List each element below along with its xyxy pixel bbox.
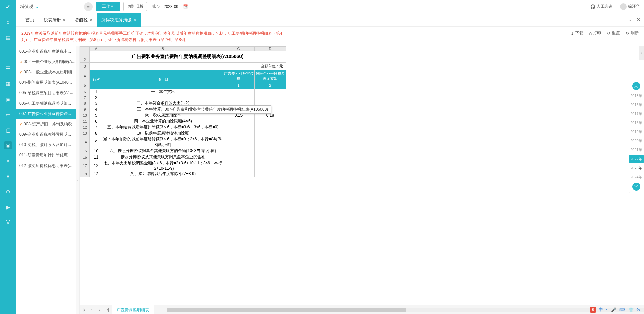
cell-item[interactable]: 四、本企业计算的扣除限额(4×5) bbox=[103, 118, 223, 124]
settings-icon[interactable]: ⚙ bbox=[4, 188, 12, 196]
year-item[interactable]: 2023年 bbox=[630, 164, 642, 172]
cell-rownum[interactable]: 8 bbox=[90, 130, 103, 136]
ime-lang[interactable]: 中 bbox=[599, 307, 603, 313]
cell-c[interactable] bbox=[223, 124, 255, 130]
file-item[interactable]: 005-纳税调整项目明细表(A1... bbox=[16, 88, 76, 98]
ime-tool-icon[interactable]: 🛠 bbox=[636, 307, 641, 312]
cell-d[interactable] bbox=[255, 89, 286, 95]
cell-c[interactable] bbox=[223, 136, 255, 148]
cell-d[interactable] bbox=[255, 160, 286, 171]
close-icon[interactable]: × bbox=[63, 18, 65, 22]
cell-item[interactable]: 按照分摊协议从其他关联方归集至本企业的金额 bbox=[103, 154, 223, 160]
cell-item[interactable]: 五、本年结转以后年度扣除额(3＞6，本行=3-6；3≤6，本行=0) bbox=[103, 124, 223, 130]
file-item[interactable]: 001-企业所得税年度纳税申... bbox=[16, 46, 76, 57]
cell-item[interactable]: 八、累计结转以后年度扣除额(7+8-9) bbox=[103, 171, 223, 177]
reset-button[interactable]: ↺重置 bbox=[607, 30, 620, 36]
tab-overflow-icon[interactable]: ⌄ bbox=[629, 17, 632, 22]
export-icon[interactable]: ▫ bbox=[4, 157, 12, 165]
calendar-icon[interactable]: ▢ bbox=[4, 126, 12, 134]
home-icon[interactable]: ⌂ bbox=[4, 18, 12, 26]
close-all-icon[interactable]: ✕ bbox=[636, 17, 641, 23]
chart-icon[interactable]: ≡ bbox=[4, 49, 12, 57]
file-item[interactable]: 002-一般企业收入明细表(A... bbox=[16, 57, 76, 67]
cell-item[interactable]: 六、按照分摊协议归集至其他关联方的金额(10≤3与6孰小值) bbox=[103, 148, 223, 154]
row-header[interactable]: 6 bbox=[80, 89, 90, 95]
corner-cell[interactable] bbox=[80, 47, 90, 51]
ime-punct-icon[interactable]: •, bbox=[606, 307, 608, 312]
file-item[interactable]: 007-广告费和业务宣传费跨... bbox=[16, 109, 76, 119]
user-menu[interactable]: 徐泽华 bbox=[620, 3, 640, 10]
ime-mic-icon[interactable]: 🎤 bbox=[611, 307, 616, 312]
file-item[interactable]: 006-职工薪酬纳税调整明细... bbox=[16, 98, 76, 109]
year-item[interactable]: 2019年 bbox=[630, 128, 642, 136]
row-header[interactable]: 17 bbox=[80, 160, 90, 171]
close-icon[interactable]: × bbox=[134, 18, 136, 22]
cell-d[interactable] bbox=[255, 124, 286, 130]
tab-增值税[interactable]: 增值税× bbox=[70, 13, 96, 27]
year-item[interactable]: 2016年 bbox=[630, 101, 642, 109]
file-item[interactable]: 008-资产折旧、摊销及纳税... bbox=[16, 119, 76, 129]
row-header[interactable]: 7 bbox=[80, 95, 90, 100]
cell-rownum[interactable]: 3 bbox=[90, 100, 103, 106]
file-item[interactable]: 004-期间费用明细表(A1040... bbox=[16, 77, 76, 88]
year-item[interactable]: 2022年 bbox=[629, 155, 643, 163]
switch-old-button[interactable]: 切到旧版 bbox=[123, 2, 147, 11]
bag-icon[interactable]: ☰ bbox=[4, 64, 12, 72]
cell-d[interactable] bbox=[255, 136, 286, 148]
ime-skin-icon[interactable]: 👕 bbox=[628, 307, 634, 312]
col-header[interactable]: B bbox=[103, 47, 223, 51]
cell-rownum[interactable]: 4 bbox=[90, 106, 103, 112]
col-header[interactable]: A bbox=[90, 47, 103, 51]
cell-c[interactable] bbox=[223, 130, 255, 136]
cell-rownum[interactable]: 5 bbox=[90, 112, 103, 118]
row-header[interactable]: 8 bbox=[80, 100, 90, 106]
cell-rownum[interactable]: 11 bbox=[90, 154, 103, 160]
cell-c[interactable] bbox=[223, 171, 255, 177]
file-item[interactable]: 003-一般企业成本支出明细... bbox=[16, 67, 76, 77]
tax-icon[interactable]: ▣ bbox=[4, 95, 12, 103]
row-header[interactable]: 13 bbox=[80, 130, 90, 136]
row-header[interactable]: 18 bbox=[80, 171, 90, 177]
tab-所得税汇算清缴[interactable]: 所得税汇算清缴× bbox=[97, 13, 141, 27]
refresh-button[interactable]: ⟳刷新 bbox=[626, 30, 639, 36]
year-item[interactable]: 2017年 bbox=[630, 110, 642, 118]
cell-rownum[interactable]: 2 bbox=[90, 95, 103, 100]
cell-rownum[interactable]: 9 bbox=[90, 136, 103, 148]
cell-d[interactable] bbox=[255, 148, 286, 154]
sheet-last-icon[interactable]: ›| bbox=[104, 305, 112, 314]
row-header[interactable]: 10 bbox=[80, 112, 90, 118]
print-button[interactable]: ⎙打印 bbox=[589, 30, 601, 36]
cell-item[interactable]: 减：本年扣除的以前年度结转额[3＞6，本行=0；3≤6，本行=8与(6-3)孰小… bbox=[103, 136, 223, 148]
sheet-tab[interactable]: 广宣费调整明细表 bbox=[112, 305, 154, 314]
col-header[interactable]: C bbox=[223, 47, 255, 51]
clipboard-icon[interactable]: ▦ bbox=[4, 80, 12, 88]
cell-d[interactable] bbox=[255, 130, 286, 136]
cell-rownum[interactable]: 13 bbox=[90, 171, 103, 177]
cell-item[interactable] bbox=[103, 95, 223, 100]
cell-c[interactable] bbox=[223, 160, 255, 171]
sheet-first-icon[interactable]: |‹ bbox=[80, 305, 88, 314]
module-dropdown[interactable]: 增值税 ⌄ bbox=[20, 4, 80, 10]
h-scrollbar[interactable] bbox=[167, 308, 644, 312]
cell-d[interactable] bbox=[255, 118, 286, 124]
cell-rownum[interactable]: 1 bbox=[90, 89, 103, 95]
year-item[interactable]: 2024年 bbox=[630, 173, 642, 181]
file-item[interactable]: 012-减免所得税优惠明细表(... bbox=[16, 161, 76, 171]
year-item[interactable]: 2021年 bbox=[630, 146, 642, 154]
cell-rownum[interactable]: 10 bbox=[90, 148, 103, 154]
row-header[interactable]: 11 bbox=[80, 118, 90, 124]
year-up-icon[interactable]: ︽ bbox=[632, 82, 640, 90]
row-header[interactable]: 15 bbox=[80, 148, 90, 154]
period-value[interactable]: 2023-09 bbox=[164, 4, 178, 9]
cell-rownum[interactable]: 6 bbox=[90, 118, 103, 124]
cell-c[interactable] bbox=[223, 154, 255, 160]
form-icon[interactable]: ▭ bbox=[4, 111, 12, 119]
consult-link[interactable]: 🎧人工咨询 bbox=[590, 4, 613, 9]
v-icon[interactable]: V bbox=[4, 218, 12, 227]
row-header[interactable]: 16 bbox=[80, 154, 90, 160]
ime-kbd-icon[interactable]: ⌨ bbox=[619, 307, 626, 312]
cell-c[interactable] bbox=[223, 148, 255, 154]
sheet-prev-icon[interactable]: ‹ bbox=[88, 305, 96, 314]
cell-d[interactable] bbox=[255, 154, 286, 160]
doc-icon[interactable]: ▤ bbox=[4, 34, 12, 42]
